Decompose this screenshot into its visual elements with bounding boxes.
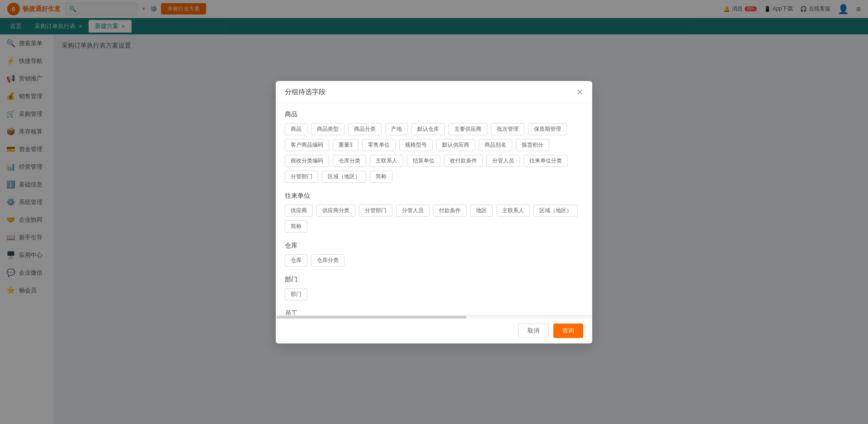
section-warehouse: 仓库 仓库 仓库分类 [285, 242, 583, 267]
dialog-title: 分组待选字段 [285, 88, 326, 96]
section-warehouse-title: 仓库 [285, 242, 583, 250]
cancel-button[interactable]: 取消 [518, 324, 549, 338]
field-tag[interactable]: 默认仓库 [411, 123, 445, 135]
dialog-body: 商品 商品 商品类型 商品分类 产地 默认仓库 主要供应商 批次管理 保质期管理… [276, 103, 592, 315]
field-tag[interactable]: 批次管理 [491, 123, 524, 135]
section-department-title: 部门 [285, 276, 583, 284]
field-tag[interactable]: 炼货积分 [516, 139, 549, 151]
field-tag[interactable]: 保质期管理 [528, 123, 567, 135]
field-tag[interactable]: 区域（地区） [322, 171, 366, 183]
section-partner-tags: 供应商 供应商分类 分管部门 分管人员 付款条件 地区 主联系人 区域（地区） … [285, 205, 583, 233]
section-employee: 员工 业务员 [285, 310, 583, 315]
section-partner-title: 往来单位 [285, 192, 583, 200]
field-tag[interactable]: 客户商品编码 [285, 139, 329, 151]
dialog-overlay: 分组待选字段 ✕ 商品 商品 商品类型 商品分类 产地 默认仓库 主要供应商 批… [0, 0, 868, 424]
field-tag[interactable]: 分管部门 [359, 205, 392, 217]
field-selection-dialog: 分组待选字段 ✕ 商品 商品 商品类型 商品分类 产地 默认仓库 主要供应商 批… [276, 81, 592, 343]
section-department: 部门 部门 [285, 276, 583, 300]
field-tag[interactable]: 仓库 [285, 254, 307, 267]
field-tag[interactable]: 商品 [285, 123, 307, 135]
field-tag[interactable]: 税收分类编码 [285, 155, 329, 167]
field-tag[interactable]: 商品别名 [479, 139, 512, 151]
section-partner: 往来单位 供应商 供应商分类 分管部门 分管人员 付款条件 地区 主联系人 区域… [285, 192, 583, 233]
scrollbar-thumb [277, 316, 467, 319]
field-tag[interactable]: 供应商 [285, 205, 313, 217]
field-tag[interactable]: 分管部门 [285, 171, 318, 183]
field-tag[interactable]: 收付款条件 [444, 155, 483, 167]
section-product-title: 商品 [285, 110, 583, 119]
field-tag[interactable]: 主要供应商 [448, 123, 487, 135]
dialog-header: 分组待选字段 ✕ [276, 81, 592, 103]
field-tag[interactable]: 主联系人 [496, 205, 530, 217]
field-tag[interactable]: 简称 [285, 220, 307, 233]
field-tag[interactable]: 往来单位分类 [524, 155, 568, 167]
field-tag[interactable]: 规格型号 [399, 139, 433, 151]
field-tag[interactable]: 付款条件 [433, 205, 467, 217]
field-tag[interactable]: 供应商分类 [316, 205, 355, 217]
dialog-footer: 取消 查询 [276, 318, 592, 343]
section-employee-title: 员工 [285, 310, 583, 315]
field-tag[interactable]: 地区 [470, 205, 493, 217]
field-tag[interactable]: 仓库分类 [333, 155, 366, 167]
dialog-close-button[interactable]: ✕ [576, 87, 583, 97]
field-tag[interactable]: 分管人员 [486, 155, 520, 167]
horizontal-scrollbar[interactable] [276, 315, 592, 318]
field-tag[interactable]: 结算单位 [407, 155, 440, 167]
section-product-tags: 商品 商品类型 商品分类 产地 默认仓库 主要供应商 批次管理 保质期管理 客户… [285, 123, 583, 183]
field-tag[interactable]: 零售单位 [362, 139, 396, 151]
field-tag[interactable]: 商品类型 [311, 123, 344, 135]
field-tag[interactable]: 默认供应商 [436, 139, 475, 151]
confirm-button[interactable]: 查询 [553, 324, 583, 338]
field-tag[interactable]: 主联系人 [370, 155, 403, 167]
section-warehouse-tags: 仓库 仓库分类 [285, 254, 583, 267]
field-tag[interactable]: 简称 [370, 171, 392, 183]
field-tag[interactable]: 产地 [385, 123, 408, 135]
field-tag[interactable]: 部门 [285, 288, 307, 300]
section-product: 商品 商品 商品类型 商品分类 产地 默认仓库 主要供应商 批次管理 保质期管理… [285, 110, 583, 183]
field-tag[interactable]: 商品分类 [348, 123, 382, 135]
field-tag[interactable]: 分管人员 [396, 205, 429, 217]
field-tag[interactable]: 仓库分类 [311, 254, 344, 267]
field-tag[interactable]: 重量3 [333, 139, 359, 151]
field-tag[interactable]: 区域（地区） [533, 205, 578, 217]
section-department-tags: 部门 [285, 288, 583, 300]
